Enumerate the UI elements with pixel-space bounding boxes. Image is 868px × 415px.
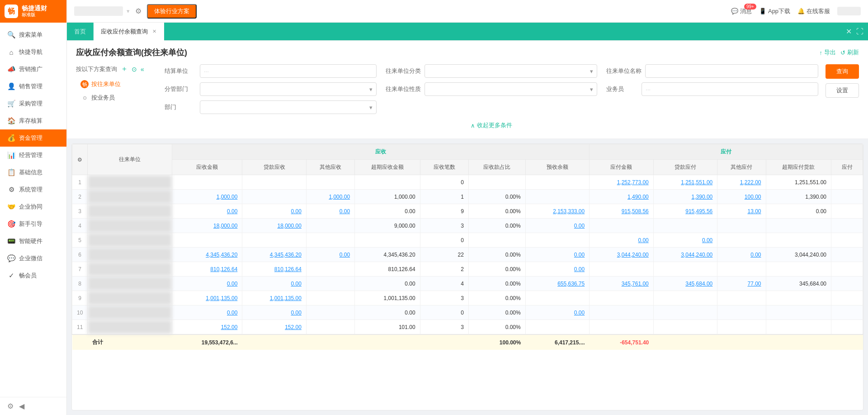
- amount-link[interactable]: 3,044,240.00: [617, 252, 649, 258]
- sidebar-collapse-icon[interactable]: ◀: [19, 402, 24, 410]
- amount-link[interactable]: 0.00: [227, 310, 237, 316]
- settings-button[interactable]: 设置: [826, 83, 859, 98]
- amount-link[interactable]: 1,251,551.00: [681, 179, 712, 186]
- amount-link[interactable]: 0.00: [340, 208, 350, 215]
- query-button[interactable]: 查询: [826, 64, 859, 79]
- search-method-by-unit[interactable]: 畅 按往来单位: [76, 78, 157, 90]
- table-footer-row: 合计 19,553,472,6... 100.00% 6,417,215....…: [72, 334, 863, 350]
- amount-link[interactable]: 655,636.75: [557, 281, 585, 287]
- sidebar-gear-icon[interactable]: ⚙: [7, 402, 14, 410]
- amount-link[interactable]: 0.00: [574, 223, 585, 229]
- sidebar-item-wechat[interactable]: 💬 企业微信: [0, 250, 66, 267]
- amount-link[interactable]: 1,000.00: [217, 194, 238, 200]
- sidebar-label-fund: 资金管理: [19, 134, 42, 142]
- user-menu[interactable]: Rit: [837, 8, 861, 14]
- sidebar-item-purchase[interactable]: 🛒 采购管理: [0, 95, 66, 112]
- sidebar-item-sales[interactable]: 👤 销售管理: [0, 78, 66, 95]
- amount-link[interactable]: 345,684.00: [685, 281, 712, 287]
- settings-scheme-icon[interactable]: ⊙: [132, 66, 137, 73]
- amount-link[interactable]: 13.00: [747, 208, 761, 215]
- tab-receivable-payable[interactable]: 应收应付余额查询 ✕: [94, 23, 164, 41]
- partner-name-input[interactable]: [645, 64, 818, 78]
- amount-link[interactable]: 18,000.00: [277, 223, 301, 229]
- amount-link[interactable]: 1,490.00: [627, 194, 649, 200]
- amount-link[interactable]: 0.00: [227, 208, 237, 215]
- tab-expand-icon[interactable]: ⛶: [856, 28, 863, 36]
- amount-link[interactable]: 100.00: [745, 194, 761, 200]
- pay-suffix: [831, 248, 863, 262]
- settlement-unit-input[interactable]: ···: [200, 64, 377, 78]
- footer-pay-amount: -654,751.40: [590, 334, 654, 350]
- amount-link[interactable]: 0.00: [227, 281, 237, 287]
- amount-link[interactable]: 810,126.64: [210, 266, 237, 272]
- amount-link[interactable]: 1,001,135.00: [270, 295, 302, 301]
- amount-link[interactable]: 0.00: [750, 252, 761, 258]
- partner-nature-input[interactable]: ▾: [425, 82, 598, 96]
- app-download-button[interactable]: 📱 App下载: [759, 7, 790, 15]
- sidebar-item-system[interactable]: ⚙ 系统管理: [0, 181, 66, 198]
- tab-close-window-icon[interactable]: ✕: [846, 27, 852, 36]
- amount-link[interactable]: 152.00: [285, 324, 302, 330]
- sidebar-item-guide[interactable]: 🎯 新手引导: [0, 215, 66, 233]
- amount-link[interactable]: 810,126.64: [274, 266, 302, 272]
- amount-link[interactable]: 18,000.00: [213, 223, 237, 229]
- amount-link[interactable]: 1,252,773.00: [617, 179, 649, 186]
- export-button[interactable]: ↑ 导出: [820, 48, 836, 57]
- pay-amount: 1,252,773.00: [590, 175, 654, 190]
- amount-link[interactable]: 2,153,333.00: [553, 208, 585, 215]
- salesperson-input[interactable]: ···: [642, 82, 818, 96]
- amount-link[interactable]: 0.00: [574, 266, 585, 272]
- amount-link[interactable]: 0.00: [291, 281, 302, 287]
- promo-button[interactable]: 体验行业方案: [147, 4, 197, 19]
- amount-link[interactable]: 1,390.00: [692, 194, 713, 200]
- sidebar-item-enterprise[interactable]: 🤝 企业协同: [0, 198, 66, 215]
- breadcrumb-chevron: ▾: [127, 8, 130, 14]
- amount-link[interactable]: 4,345,436.20: [206, 252, 237, 258]
- amount-link[interactable]: 0.00: [291, 310, 302, 316]
- amount-link[interactable]: 0.00: [574, 310, 585, 316]
- search-method-by-employee[interactable]: ⊙ 按业务员: [76, 92, 157, 104]
- sidebar-item-operations[interactable]: 📊 经营管理: [0, 147, 66, 164]
- partner-category-input[interactable]: ▾: [425, 64, 598, 78]
- refresh-button[interactable]: ↺ 刷新: [840, 48, 859, 57]
- amount-link[interactable]: 1,001,135.00: [206, 295, 237, 301]
- sidebar-item-quick-nav[interactable]: ⌂ 快捷导航: [0, 43, 66, 61]
- collapse-scheme-icon[interactable]: «: [141, 66, 144, 73]
- footer-settings: [72, 334, 88, 350]
- department-input[interactable]: ▾: [200, 100, 377, 114]
- amount-link[interactable]: 0.00: [291, 208, 302, 215]
- tab-home[interactable]: 首页: [67, 23, 94, 41]
- operations-icon: 📊: [7, 151, 15, 159]
- sidebar-item-marketing[interactable]: 📣 营销推广: [0, 61, 66, 78]
- sidebar-item-smart-hw[interactable]: 📟 智能硬件: [0, 233, 66, 250]
- amount-link[interactable]: 0.00: [702, 237, 712, 243]
- sidebar-item-inventory[interactable]: 🏠 库存核算: [0, 112, 66, 129]
- sidebar-item-fund[interactable]: 💰 资金管理: [0, 129, 66, 147]
- dept-input[interactable]: ▾: [200, 82, 377, 96]
- rec-count: 1: [420, 190, 468, 204]
- loan-rec: [242, 233, 307, 248]
- sidebar-item-member[interactable]: ✓ 畅会员: [0, 267, 66, 284]
- amount-link[interactable]: 0.00: [340, 252, 350, 258]
- amount-link[interactable]: 0.00: [574, 252, 585, 258]
- messages-button[interactable]: 💬 消息 99+: [731, 7, 752, 15]
- amount-link[interactable]: 345,761.00: [622, 281, 649, 287]
- add-scheme-icon[interactable]: ＋: [121, 64, 128, 74]
- sidebar-item-search-menu[interactable]: 🔍 搜索菜单: [0, 26, 66, 43]
- online-service-button[interactable]: 🔔 在线客服: [797, 7, 830, 15]
- amount-link[interactable]: 1,222.00: [740, 179, 761, 186]
- tab-close-icon[interactable]: ✕: [152, 29, 156, 34]
- amount-link[interactable]: 77.00: [747, 281, 761, 287]
- collapse-more-button[interactable]: ∧ 收起更多条件: [468, 119, 515, 132]
- amount-link[interactable]: 4,345,436.20: [270, 252, 302, 258]
- gear-icon[interactable]: ⚙: [135, 7, 142, 15]
- amount-link[interactable]: 152.00: [221, 324, 238, 330]
- amount-link[interactable]: 915,508.56: [622, 208, 649, 215]
- amount-link[interactable]: 0.00: [638, 237, 648, 243]
- amount-link[interactable]: 1,000.00: [329, 194, 350, 200]
- amount-link[interactable]: 3,044,240.00: [681, 252, 712, 258]
- advance-bal: [525, 233, 590, 248]
- sidebar-item-base-info[interactable]: 📋 基础信息: [0, 164, 66, 181]
- col-settings[interactable]: ⚙: [72, 144, 88, 175]
- amount-link[interactable]: 915,495.56: [685, 208, 712, 215]
